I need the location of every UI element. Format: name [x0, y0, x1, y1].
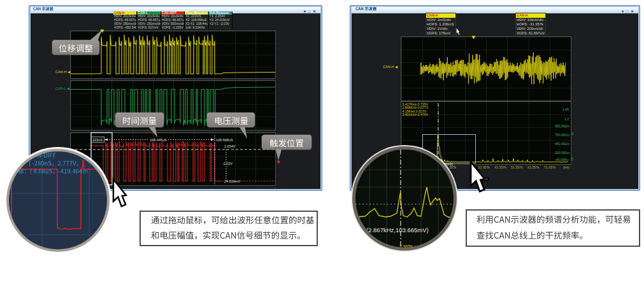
svg-text:2.965k: 2.965k [399, 244, 413, 247]
svg-text:(2.867kHz,103.665mV): (2.867kHz,103.665mV) [366, 226, 429, 233]
